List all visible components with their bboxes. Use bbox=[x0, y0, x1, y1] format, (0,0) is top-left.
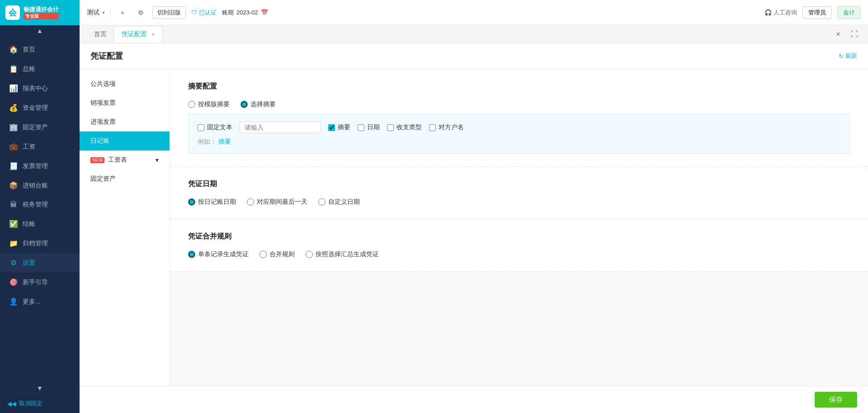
sidebar-item-archive[interactable]: 📁 归档管理 bbox=[0, 234, 80, 253]
consult-button[interactable]: 🎧 人工咨询 bbox=[764, 9, 797, 17]
page-footer: 保存 bbox=[80, 386, 868, 413]
date-radio-journal[interactable] bbox=[188, 198, 195, 206]
settings-button[interactable]: ⚙ bbox=[134, 6, 147, 19]
sidebar-scroll-up[interactable]: ▲ bbox=[0, 25, 80, 36]
sidebar-label-home: 首页 bbox=[23, 46, 35, 54]
date-checkbox-label[interactable]: 日期 bbox=[358, 123, 380, 131]
date-checkbox[interactable] bbox=[358, 124, 364, 131]
date-radio-custom[interactable] bbox=[318, 198, 326, 206]
guide-icon: 🎯 bbox=[9, 278, 18, 286]
income-type-checkbox-text: 收支类型 bbox=[396, 123, 422, 131]
right-panel: 摘要配置 按模版摘要 选择摘要 bbox=[170, 69, 868, 386]
sidebar-label-reports: 报表中心 bbox=[23, 84, 48, 93]
date-section: 凭证日期 按日记账日期 对应期间最后一天 自定义日期 bbox=[170, 167, 868, 219]
sidebar-item-settings[interactable]: ⚙ 设置 bbox=[0, 253, 80, 272]
sidebar-scroll-down[interactable]: ▼ bbox=[0, 383, 80, 394]
merge-radio-summary[interactable] bbox=[306, 251, 313, 258]
refresh-label: 刷新 bbox=[845, 52, 857, 60]
cancel-fixed-btn[interactable]: ◀◀ 取消固定 bbox=[0, 394, 80, 413]
tab-voucher-config-label: 凭证配置 bbox=[122, 30, 147, 38]
sidebar-item-funds[interactable]: 💰 资金管理 bbox=[0, 98, 80, 117]
merge-radio-rules[interactable] bbox=[259, 251, 267, 258]
add-button[interactable]: + bbox=[116, 6, 129, 19]
income-type-checkbox[interactable] bbox=[387, 124, 394, 131]
left-menu: 公共选项 销项发票 进项发票 日记账 NEW 工资表 ▾ bbox=[80, 69, 170, 386]
salary-icon: 💼 bbox=[9, 142, 18, 151]
fixed-text-input[interactable] bbox=[240, 122, 321, 133]
tabbar: 首页 凭证配置 × × ⛶ bbox=[80, 25, 868, 43]
menu-item-public[interactable]: 公共选项 bbox=[80, 75, 170, 94]
menu-item-journal[interactable]: 日记账 bbox=[80, 131, 170, 150]
counterpart-checkbox-label[interactable]: 对方户名 bbox=[429, 123, 464, 131]
menu-item-fixed-assets[interactable]: 固定资产 bbox=[80, 169, 170, 188]
sidebar-item-tax[interactable]: 🏛 税务管理 bbox=[0, 195, 80, 214]
summary-option-template[interactable]: 按模版摘要 bbox=[188, 100, 230, 108]
period-text-label: 账期 bbox=[222, 9, 234, 17]
summary-radio-group: 按模版摘要 选择摘要 bbox=[188, 100, 850, 108]
close-window-button[interactable]: × bbox=[832, 28, 844, 41]
fixed-text-checkbox[interactable] bbox=[198, 124, 204, 131]
sidebar-item-ledger[interactable]: 📋 总账 bbox=[0, 59, 80, 79]
company-selector[interactable]: 测试 ▾ bbox=[87, 9, 105, 17]
date-custom-label: 自定义日期 bbox=[328, 198, 360, 206]
summary-radio-select[interactable] bbox=[241, 101, 248, 108]
menu-item-payroll[interactable]: NEW 工资表 ▾ bbox=[80, 150, 170, 169]
cancel-fixed-icon: ◀◀ bbox=[7, 400, 16, 407]
menu-item-purchase-invoice[interactable]: 进项发票 bbox=[80, 113, 170, 131]
merge-radio-single[interactable] bbox=[188, 251, 195, 258]
merge-option-single[interactable]: 单条记录生成凭证 bbox=[188, 250, 249, 258]
tab-close-icon[interactable]: × bbox=[151, 31, 155, 38]
admin-button[interactable]: 管理员 bbox=[802, 6, 832, 19]
date-period-last-label: 对应期间最后一天 bbox=[257, 198, 307, 206]
refresh-icon: ↻ bbox=[839, 53, 844, 60]
calendar-icon[interactable]: 📅 bbox=[261, 9, 268, 16]
date-journal-label: 按日记账日期 bbox=[198, 198, 236, 206]
role-button[interactable]: 会计 bbox=[837, 6, 861, 19]
shield-icon: 🛡 bbox=[191, 9, 197, 16]
sidebar-item-home[interactable]: 🏠 首页 bbox=[0, 40, 80, 59]
switch-version-button[interactable]: 切到旧版 bbox=[152, 6, 186, 19]
date-option-journal[interactable]: 按日记账日期 bbox=[188, 198, 236, 206]
sidebar-item-assets[interactable]: 🏢 固定资产 bbox=[0, 117, 80, 137]
menu-item-sales-invoice[interactable]: 销项发票 bbox=[80, 94, 170, 113]
sidebar-item-salary[interactable]: 💼 工资 bbox=[0, 137, 80, 156]
topbar: 测试 ▾ + ⚙ 切到旧版 🛡 已认证 账期 2023-02 📅 🎧 人工咨询 … bbox=[80, 0, 868, 25]
fixed-text-label: 固定文本 bbox=[207, 123, 232, 131]
refresh-button[interactable]: ↻ 刷新 bbox=[839, 52, 857, 67]
sidebar-item-more[interactable]: 👤 更多... bbox=[0, 292, 80, 311]
fullscreen-icon: ⛶ bbox=[851, 30, 858, 38]
fixed-text-checkbox-label[interactable]: 固定文本 bbox=[198, 123, 232, 131]
tab-home[interactable]: 首页 bbox=[87, 27, 114, 42]
summary-section-title: 摘要配置 bbox=[188, 82, 850, 91]
add-icon: + bbox=[121, 9, 124, 16]
sidebar-item-reports[interactable]: 📊 报表中心 bbox=[0, 79, 80, 98]
save-button[interactable]: 保存 bbox=[815, 392, 857, 408]
date-option-custom[interactable]: 自定义日期 bbox=[318, 198, 360, 206]
main-area: 测试 ▾ + ⚙ 切到旧版 🛡 已认证 账期 2023-02 📅 🎧 人工咨询 … bbox=[80, 0, 868, 413]
date-radio-period-last[interactable] bbox=[247, 198, 254, 206]
page-content: 凭证配置 ↻ 刷新 公共选项 销项发票 进项发票 日记账 bbox=[80, 43, 868, 413]
summary-section: 摘要配置 按模版摘要 选择摘要 bbox=[170, 69, 868, 167]
archive-icon: 📁 bbox=[9, 239, 18, 248]
sidebar-label-archive: 归档管理 bbox=[23, 239, 48, 248]
summary-radio-template[interactable] bbox=[188, 101, 195, 108]
sidebar-item-guide[interactable]: 🎯 新手引导 bbox=[0, 272, 80, 292]
sales-icon: 📦 bbox=[9, 181, 18, 190]
sidebar-item-sales[interactable]: 📦 进销台账 bbox=[0, 176, 80, 195]
logo-text: 畅捷通好会计 专业版 bbox=[24, 6, 59, 19]
merge-option-summary[interactable]: 按照选择汇总生成凭证 bbox=[306, 250, 379, 258]
merge-summary-label: 按照选择汇总生成凭证 bbox=[316, 250, 379, 258]
sidebar-item-close[interactable]: ✅ 结账 bbox=[0, 214, 80, 234]
tab-voucher-config[interactable]: 凭证配置 × bbox=[114, 26, 162, 42]
sidebar-item-invoice[interactable]: 🧾 发票管理 bbox=[0, 156, 80, 176]
summary-checkbox[interactable] bbox=[328, 124, 335, 131]
counterpart-checkbox[interactable] bbox=[429, 124, 436, 131]
date-option-period-last[interactable]: 对应期间最后一天 bbox=[247, 198, 307, 206]
sidebar-label-guide: 新手引导 bbox=[23, 278, 48, 286]
summary-option-select[interactable]: 选择摘要 bbox=[241, 100, 276, 108]
invoice-icon: 🧾 bbox=[9, 162, 18, 170]
income-type-checkbox-label[interactable]: 收支类型 bbox=[387, 123, 422, 131]
merge-option-rules[interactable]: 合并规则 bbox=[259, 250, 295, 258]
fullscreen-button[interactable]: ⛶ bbox=[848, 28, 861, 41]
summary-checkbox-label[interactable]: 摘要 bbox=[328, 123, 350, 131]
